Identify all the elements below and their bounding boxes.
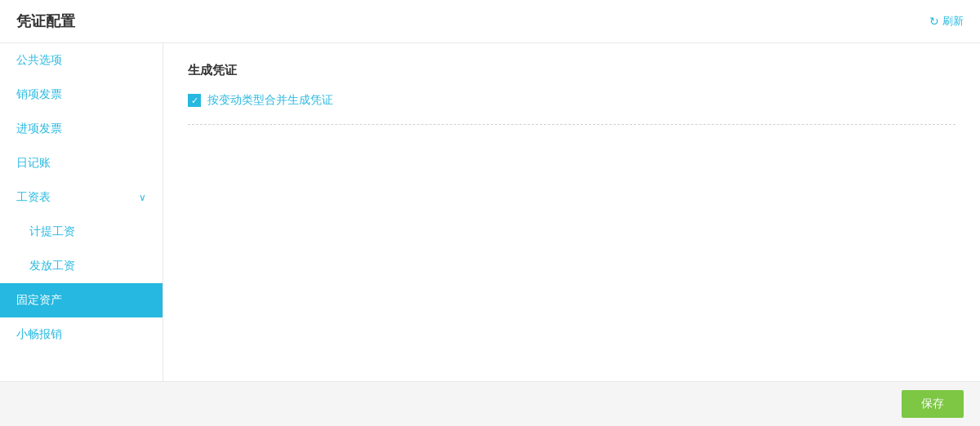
sidebar-item-payroll-distribute[interactable]: 发放工资	[0, 249, 163, 283]
sidebar-item-label: 固定资产	[16, 293, 62, 308]
sidebar-item-payroll-provision[interactable]: 计提工资	[0, 215, 163, 249]
sidebar-item-label: 公共选项	[16, 53, 62, 68]
checkbox-label: 按变动类型合并生成凭证	[207, 93, 333, 108]
sidebar-item-fixed-assets[interactable]: 固定资产	[0, 283, 163, 317]
page-title: 凭证配置	[16, 11, 75, 31]
refresh-icon: ↻	[929, 15, 939, 28]
sidebar-item-label: 进项发票	[16, 122, 62, 136]
sidebar-item-expense[interactable]: 小畅报销	[0, 317, 163, 352]
divider	[188, 124, 956, 125]
content-wrapper: 公共选项销项发票进项发票日记账工资表∨计提工资发放工资固定资产小畅报销 生成凭证…	[0, 43, 980, 381]
sidebar-item-label: 发放工资	[29, 259, 75, 273]
sidebar-item-label: 计提工资	[29, 224, 75, 239]
sidebar-item-label: 小畅报销	[16, 327, 62, 342]
page-header: 凭证配置 ↻ 刷新	[0, 0, 980, 43]
sidebar-item-sales-invoice[interactable]: 销项发票	[0, 78, 163, 112]
sidebar-item-purchase-invoice[interactable]: 进项发票	[0, 112, 163, 146]
refresh-button[interactable]: ↻ 刷新	[929, 14, 964, 29]
save-button[interactable]: 保存	[902, 390, 964, 418]
sidebar-item-payroll[interactable]: 工资表∨	[0, 180, 163, 215]
sidebar-item-label: 销项发票	[16, 87, 62, 102]
check-mark-icon: ✓	[191, 96, 198, 105]
page-footer: 保存	[0, 381, 980, 426]
sidebar-item-label: 工资表	[16, 190, 51, 205]
sidebar-item-journal[interactable]: 日记账	[0, 146, 163, 180]
merge-checkbox[interactable]: ✓	[188, 94, 201, 107]
sidebar-item-label: 日记账	[16, 156, 51, 171]
checkbox-row: ✓ 按变动类型合并生成凭证	[188, 93, 956, 108]
chevron-down-icon: ∨	[139, 192, 146, 203]
sidebar: 公共选项销项发票进项发票日记账工资表∨计提工资发放工资固定资产小畅报销	[0, 43, 163, 381]
refresh-label: 刷新	[942, 14, 964, 29]
section-title: 生成凭证	[188, 63, 956, 78]
main-content: 生成凭证 ✓ 按变动类型合并生成凭证	[163, 43, 980, 381]
sidebar-item-public[interactable]: 公共选项	[0, 43, 163, 78]
